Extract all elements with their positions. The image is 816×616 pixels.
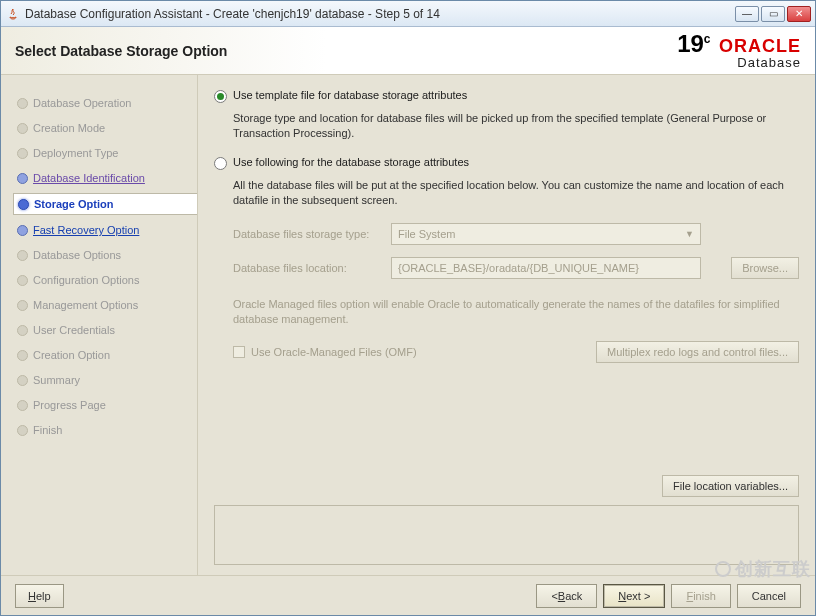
files-location-label: Database files location:: [233, 262, 383, 274]
step-database-operation: Database Operation: [13, 93, 193, 113]
multiplex-button: Multiplex redo logs and control files...: [596, 341, 799, 363]
step-deployment-type: Deployment Type: [13, 143, 193, 163]
step-finish: Finish: [13, 420, 193, 440]
watermark: 创新互联: [715, 557, 811, 581]
wizard-steps-sidebar: Database Operation Creation Mode Deploym…: [1, 75, 197, 575]
finish-button: Finish: [671, 584, 730, 608]
page-title: Select Database Storage Option: [15, 43, 227, 59]
use-following-radio[interactable]: [214, 157, 227, 170]
use-template-radio[interactable]: [214, 90, 227, 103]
main-panel: Use template file for database storage a…: [197, 75, 815, 575]
help-button[interactable]: Help: [15, 584, 64, 608]
window-title: Database Configuration Assistant - Creat…: [25, 7, 440, 21]
use-following-label: Use following for the database storage a…: [233, 156, 469, 168]
watermark-icon: [715, 561, 731, 577]
use-template-desc: Storage type and location for database f…: [233, 111, 799, 142]
omf-checkbox-label: Use Oracle-Managed Files (OMF): [251, 346, 417, 358]
step-management-options: Management Options: [13, 295, 193, 315]
files-location-input: {ORACLE_BASE}/oradata/{DB_UNIQUE_NAME}: [391, 257, 701, 279]
minimize-button[interactable]: —: [735, 6, 759, 22]
file-location-variables-button[interactable]: File location variables...: [662, 475, 799, 497]
brand-logo: 19c ORACLE Database: [677, 32, 801, 69]
omf-checkbox: [233, 346, 245, 358]
cancel-button[interactable]: Cancel: [737, 584, 801, 608]
step-creation-option: Creation Option: [13, 345, 193, 365]
use-template-label: Use template file for database storage a…: [233, 89, 467, 101]
step-fast-recovery-option[interactable]: Fast Recovery Option: [13, 220, 193, 240]
maximize-button[interactable]: ▭: [761, 6, 785, 22]
app-window: Database Configuration Assistant - Creat…: [0, 0, 816, 616]
step-summary: Summary: [13, 370, 193, 390]
wizard-footer: Help < Back Next > Finish Cancel: [1, 575, 815, 615]
close-button[interactable]: ✕: [787, 6, 811, 22]
page-header: Select Database Storage Option 19c ORACL…: [1, 27, 815, 75]
step-configuration-options: Configuration Options: [13, 270, 193, 290]
step-database-options: Database Options: [13, 245, 193, 265]
step-user-credentials: User Credentials: [13, 320, 193, 340]
use-following-desc: All the database files will be put at th…: [233, 178, 799, 209]
storage-type-label: Database files storage type:: [233, 228, 383, 240]
step-progress-page: Progress Page: [13, 395, 193, 415]
message-area: [214, 505, 799, 565]
step-creation-mode: Creation Mode: [13, 118, 193, 138]
omf-note: Oracle Managed files option will enable …: [233, 297, 799, 328]
step-database-identification[interactable]: Database Identification: [13, 168, 193, 188]
next-button[interactable]: Next >: [603, 584, 665, 608]
titlebar[interactable]: Database Configuration Assistant - Creat…: [1, 1, 815, 27]
back-button[interactable]: < Back: [536, 584, 597, 608]
browse-button: Browse...: [731, 257, 799, 279]
java-icon: [5, 6, 21, 22]
storage-type-combo: File System: [391, 223, 701, 245]
step-storage-option[interactable]: Storage Option: [13, 193, 198, 215]
